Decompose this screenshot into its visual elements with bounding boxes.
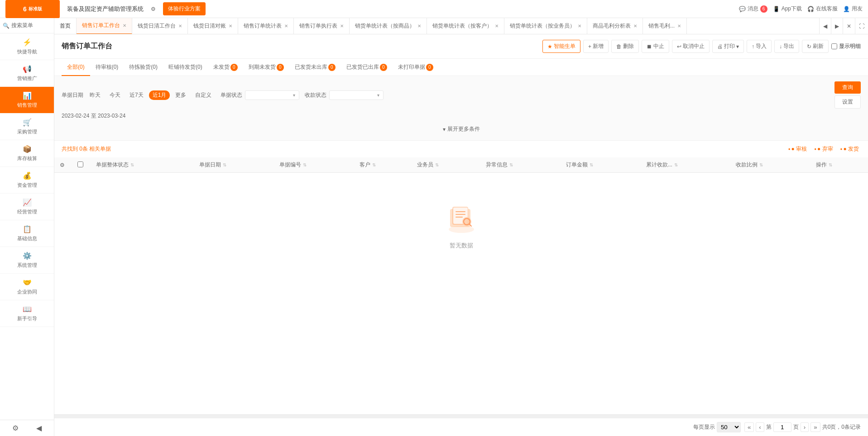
date-opt-more[interactable]: 更多 xyxy=(172,90,190,100)
col-date[interactable]: 单据日期 xyxy=(194,157,274,173)
date-opt-today[interactable]: 今天 xyxy=(106,90,124,100)
tab-close-sales-customer[interactable]: ✕ xyxy=(495,24,499,28)
abandon-review-btn[interactable]: ● 弃审 xyxy=(812,144,834,154)
sidebar-item-enterprise[interactable]: 🤝 企业协同 xyxy=(0,274,54,300)
tab-close-sales-exec[interactable]: ✕ xyxy=(340,24,344,28)
settings-bottom-icon[interactable]: ⚙ xyxy=(12,424,19,432)
tab-gross-analysis[interactable]: 商品毛利分析表 ✕ xyxy=(587,18,643,34)
cancel-stop-btn[interactable]: ↩ 取消中止 xyxy=(672,40,710,53)
subtab-pending-pick[interactable]: 待拣验货(0) xyxy=(124,59,163,76)
col-number[interactable]: 单据编号 xyxy=(274,157,354,173)
col-received[interactable]: 累计收款... xyxy=(641,157,730,173)
subtab-all[interactable]: 全部(0) xyxy=(62,59,90,76)
new-btn[interactable]: + 新增 xyxy=(583,40,609,53)
subtab-pending-review[interactable]: 待审核(0) xyxy=(90,59,124,76)
subtab-wangpu[interactable]: 旺铺待发货(0) xyxy=(163,59,208,76)
page-nav: « ‹ 第 页 › » 共0页，0条记录 xyxy=(744,422,861,432)
online-service-btn[interactable]: 🎧 在线客服 xyxy=(807,5,838,13)
show-detail-toggle[interactable]: 显示明细 xyxy=(831,43,861,50)
guide-icon: 📖 xyxy=(23,305,32,313)
tab-sales-staff[interactable]: 销货单统计表（按业务员） ✕ xyxy=(504,18,587,34)
current-page-input[interactable] xyxy=(773,422,791,432)
app-download-btn[interactable]: 📱 App下载 xyxy=(773,5,802,13)
tab-close-all-btn[interactable]: ✕ xyxy=(843,18,855,34)
tab-next-btn[interactable]: ▶ xyxy=(831,18,843,34)
last-page-btn[interactable]: » xyxy=(810,422,820,432)
print-chevron: ▾ xyxy=(736,43,739,50)
tab-close-sales-goods[interactable]: ✕ xyxy=(417,24,421,28)
tab-sales-customer[interactable]: 销货单统计表（按客户） ✕ xyxy=(427,18,504,34)
tab-close-sales-stats[interactable]: ✕ xyxy=(284,24,288,28)
status-select[interactable]: ▾ xyxy=(245,90,299,100)
tab-sales-goods[interactable]: 销货单统计表（按商品） ✕ xyxy=(350,18,427,34)
date-opt-custom[interactable]: 自定义 xyxy=(192,90,215,100)
industry-btn[interactable]: 体验行业方案 xyxy=(163,2,206,15)
col-settings[interactable]: ⚙ xyxy=(54,157,72,173)
date-opt-1month[interactable]: 近1月 xyxy=(149,90,170,100)
print-btn[interactable]: 🖨 打印 ▾ xyxy=(712,40,744,53)
tab-sales-order-workbench[interactable]: 销售订单工作台 ✕ xyxy=(77,18,132,34)
stop-btn[interactable]: ⏹ 中止 xyxy=(642,40,669,53)
tab-close-cash-reconcile[interactable]: ✕ xyxy=(229,24,232,28)
tab-sales-stats[interactable]: 销售订单统计表 ✕ xyxy=(238,18,294,34)
col-order-status[interactable]: 单据整体状态 xyxy=(91,157,194,173)
sidebar-item-quick-nav[interactable]: ⚡ 快捷导航 xyxy=(0,33,54,60)
tab-cash-reconcile[interactable]: 钱货日清对账 ✕ xyxy=(188,18,238,34)
sidebar-item-purchase[interactable]: 🛒 采购管理 xyxy=(0,114,54,140)
review-btn[interactable]: ● 审核 xyxy=(786,144,809,154)
sidebar-item-marketing[interactable]: 📢 营销推广 xyxy=(0,60,54,87)
tab-close-cash-daily[interactable]: ✕ xyxy=(178,24,182,28)
tab-close-sales-gross[interactable]: ✕ xyxy=(677,24,681,28)
subtab-unshipped[interactable]: 未发货 0 xyxy=(208,59,243,76)
message-btn[interactable]: 💬 消息 6 xyxy=(739,5,767,13)
settings-icon[interactable]: ⚙ xyxy=(151,6,156,12)
tab-cash-daily[interactable]: 钱货日清工作台 ✕ xyxy=(132,18,188,34)
tab-sales-exec[interactable]: 销售订单执行表 ✕ xyxy=(294,18,350,34)
user-btn[interactable]: 👤 用友 xyxy=(843,5,863,13)
first-page-btn[interactable]: « xyxy=(744,422,754,432)
col-amount[interactable]: 订单金额 xyxy=(561,157,641,173)
delete-btn[interactable]: 🗑 删除 xyxy=(611,40,639,53)
scrollbar-area[interactable] xyxy=(54,414,868,418)
tab-sales-gross[interactable]: 销售毛利... ✕ xyxy=(643,18,687,34)
import-btn[interactable]: ↑ 导入 xyxy=(747,40,772,53)
date-opt-7days[interactable]: 近7天 xyxy=(126,90,147,100)
sidebar-item-operations[interactable]: 📈 经营管理 xyxy=(0,194,54,220)
subtab-overdue[interactable]: 到期未发货 0 xyxy=(243,59,289,76)
sidebar-item-basic-info[interactable]: 📋 基础信息 xyxy=(0,220,54,247)
query-btn[interactable]: 查询 xyxy=(834,81,861,94)
tab-fullscreen-btn[interactable]: ⛶ xyxy=(855,18,868,34)
refresh-btn[interactable]: ↻ 刷新 xyxy=(802,40,829,53)
payment-select[interactable]: ▾ xyxy=(329,90,384,100)
tab-home[interactable]: 首页 xyxy=(54,18,77,34)
show-detail-checkbox[interactable] xyxy=(831,43,837,49)
page-size-select[interactable]: 50 100 200 xyxy=(717,422,741,432)
collapse-icon[interactable]: ◀ xyxy=(36,424,42,432)
next-page-btn[interactable]: › xyxy=(801,422,809,432)
filter-setting-btn[interactable]: 设置 xyxy=(834,95,861,109)
smart-btn[interactable]: ★ 智能生单 xyxy=(542,40,580,53)
workbench-title: 销售订单工作台 xyxy=(62,42,112,51)
sidebar-item-sales[interactable]: 📊 销售管理 xyxy=(0,87,54,114)
export-btn[interactable]: ↓ 导出 xyxy=(774,40,799,53)
subtab-unprinted[interactable]: 未打印单据 0 xyxy=(393,59,439,76)
expand-filter-btn[interactable]: ▾ 展开更多条件 xyxy=(439,123,484,135)
tab-close-sales-order[interactable]: ✕ xyxy=(123,23,126,28)
col-customer[interactable]: 客户 xyxy=(354,157,412,173)
sidebar-item-inventory[interactable]: 📦 库存核算 xyxy=(0,140,54,167)
sidebar-item-guide[interactable]: 📖 新手引导 xyxy=(0,300,54,327)
col-checkbox[interactable] xyxy=(72,157,91,173)
ship-btn[interactable]: ● 发货 xyxy=(839,144,861,154)
col-staff[interactable]: 业务员 xyxy=(412,157,480,173)
select-all-checkbox[interactable] xyxy=(77,161,83,167)
date-opt-yesterday[interactable]: 昨天 xyxy=(86,90,104,100)
sidebar-item-finance[interactable]: 💰 资金管理 xyxy=(0,167,54,194)
subtab-shipped-not-out[interactable]: 已发货未出库 0 xyxy=(289,59,341,76)
subtab-shipped-out[interactable]: 已发货已出库 0 xyxy=(341,59,393,76)
tab-prev-btn[interactable]: ◀ xyxy=(819,18,831,34)
sidebar-item-system[interactable]: ⚙️ 系统管理 xyxy=(0,247,54,274)
prev-page-btn[interactable]: ‹ xyxy=(756,422,764,432)
tab-close-gross-analysis[interactable]: ✕ xyxy=(633,24,637,28)
sidebar-search[interactable]: 🔍 搜索菜单 xyxy=(0,18,54,33)
tab-close-sales-staff[interactable]: ✕ xyxy=(578,24,581,28)
